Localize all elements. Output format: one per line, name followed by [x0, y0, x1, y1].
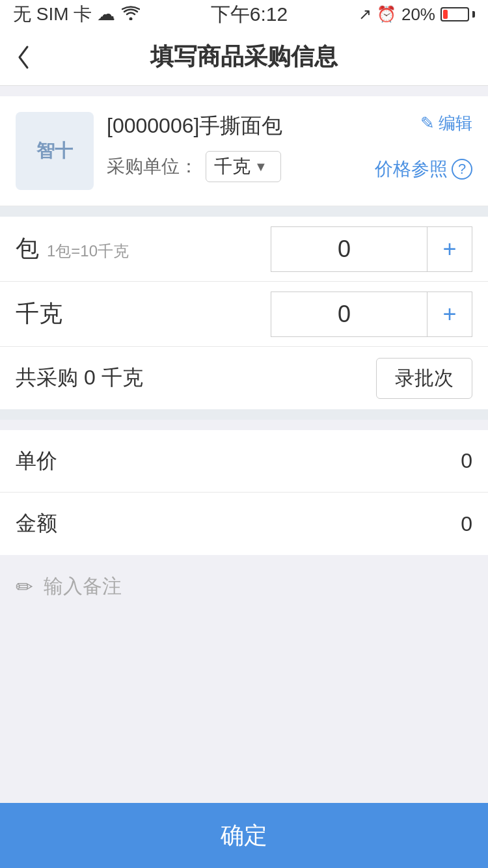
battery-percent: 20%	[401, 5, 435, 25]
qty-input-kg[interactable]	[271, 292, 427, 337]
dropdown-arrow: ▼	[254, 159, 267, 174]
product-name: [0000006]手撕面包	[107, 112, 282, 141]
edit-button[interactable]: ✎ 编辑	[420, 112, 472, 135]
sim-status: 无 SIM 卡 ☁	[13, 2, 115, 27]
batch-button[interactable]: 录批次	[376, 358, 472, 399]
amount-value: 0	[461, 512, 472, 536]
summary-row: 共采购 0 千克 录批次	[0, 347, 488, 409]
battery-icon	[441, 7, 475, 21]
nav-bar: 填写商品采购信息	[0, 29, 488, 86]
edit-icon: ✎	[420, 113, 435, 133]
confirm-button[interactable]: 确定	[0, 803, 488, 868]
product-card: 智十 [0000006]手撕面包 ✎ 编辑 采购单位： 千克 ▼	[0, 96, 488, 206]
info-icon: ?	[452, 159, 472, 180]
section-divider-2	[0, 409, 488, 420]
notes-section[interactable]: ✏ 输入备注	[0, 555, 488, 618]
qty-input-group-bao: +	[271, 226, 472, 272]
quantity-row-bao: 包 1包=10千克 +	[0, 217, 488, 282]
price-reference-button[interactable]: 价格参照 ?	[375, 157, 472, 182]
page-title: 填写商品采购信息	[150, 41, 338, 73]
svg-point-0	[129, 18, 133, 21]
summary-text: 共采购 0 千克	[16, 364, 143, 392]
unit-price-value: 0	[461, 449, 472, 473]
status-bar: 无 SIM 卡 ☁ 下午6:12 ↗ ⏰ 20%	[0, 0, 488, 29]
amount-label: 金额	[16, 509, 57, 538]
qty-label-bao: 包	[16, 233, 39, 265]
quantity-section: 包 1包=10千克 + 千克 +	[0, 217, 488, 347]
quantity-row-kg: 千克 +	[0, 282, 488, 347]
status-left: 无 SIM 卡 ☁	[13, 2, 140, 27]
qty-plus-bao[interactable]: +	[427, 226, 472, 272]
qty-sublabel-bao: 1包=10千克	[47, 241, 129, 262]
qty-input-bao[interactable]	[271, 226, 427, 272]
qty-input-group-kg: +	[271, 292, 472, 337]
notes-placeholder: 输入备注	[44, 573, 122, 600]
qty-plus-kg[interactable]: +	[427, 292, 472, 337]
product-image: 智十	[16, 112, 94, 190]
location-icon: ↗	[359, 5, 372, 23]
status-right: ↗ ⏰ 20%	[359, 5, 475, 25]
price-row-unit: 单价 0	[0, 430, 488, 493]
section-divider-1	[0, 206, 488, 217]
product-logo: 智十	[36, 139, 73, 163]
product-info: [0000006]手撕面包 ✎ 编辑 采购单位： 千克 ▼ 价格参照	[107, 112, 472, 182]
back-button[interactable]	[16, 44, 31, 70]
wifi-icon	[122, 4, 140, 25]
unit-price-label: 单价	[16, 447, 57, 476]
price-section: 单价 0 金额 0	[0, 430, 488, 555]
empty-area	[0, 618, 488, 803]
status-time: 下午6:12	[211, 1, 288, 28]
unit-label: 采购单位：	[107, 154, 198, 179]
unit-value: 千克	[214, 154, 251, 179]
qty-label-kg: 千克	[16, 298, 62, 330]
unit-dropdown[interactable]: 千克 ▼	[206, 151, 281, 182]
alarm-icon: ⏰	[377, 5, 396, 23]
price-row-amount: 金额 0	[0, 493, 488, 555]
unit-row: 采购单位： 千克 ▼	[107, 151, 281, 182]
pencil-icon: ✏	[16, 575, 33, 599]
